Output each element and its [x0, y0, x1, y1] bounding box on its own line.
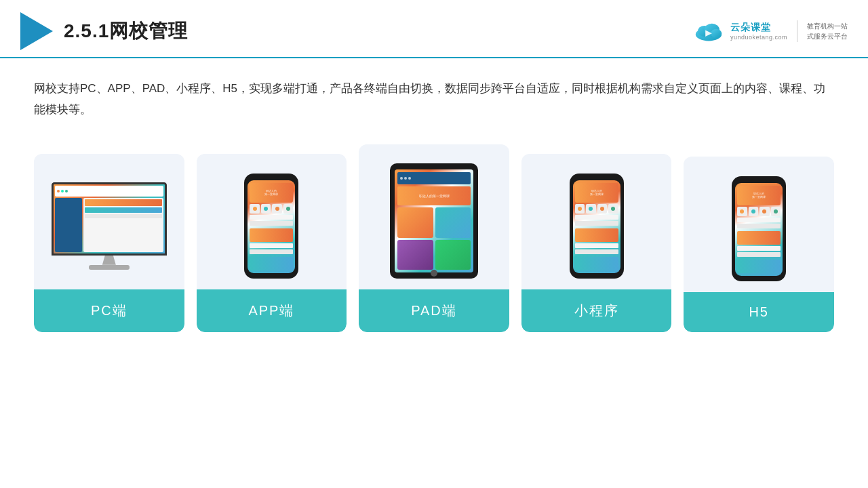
logo-slogan: 教育机构一站 式服务云平台	[807, 21, 848, 41]
card-miniprogram: 职达人的第一堂网课	[521, 154, 672, 332]
logo-main-text: 云朵课堂	[730, 22, 771, 34]
phone-notch-h5	[751, 179, 767, 183]
play-icon	[20, 12, 53, 50]
tablet-home-btn	[431, 270, 437, 277]
tablet-mockup: 职达人的第一堂网课	[390, 163, 478, 279]
svg-point-3	[711, 29, 722, 38]
phone-screen-miniprogram: 职达人的第一堂网课	[573, 180, 620, 273]
monitor-mockup	[52, 182, 167, 270]
description-text: 网校支持PC、APP、PAD、小程序、H5，实现多端打通，产品各终端自由切换，数…	[34, 79, 834, 120]
card-h5: 职达人的第一堂网课	[684, 157, 834, 332]
phone-body-h5: 职达人的第一堂网课	[732, 176, 786, 281]
cards-row: PC端 职达人的第一堂网课	[34, 144, 834, 332]
header-left: 2.5.1网校管理	[20, 12, 188, 50]
phone-notch-mini	[589, 176, 605, 180]
phone-notch	[263, 176, 279, 180]
phone-screen-app: 职达人的第一堂网课	[248, 180, 295, 273]
header: 2.5.1网校管理 云朵课堂 yunduoketan	[0, 0, 868, 58]
card-pad-label: PAD端	[359, 289, 509, 332]
monitor-stand	[102, 256, 116, 265]
phone-mockup-app: 职达人的第一堂网课	[244, 174, 298, 279]
phone-mockup-h5: 职达人的第一堂网课	[732, 176, 786, 281]
phone-body-app: 职达人的第一堂网课	[244, 174, 298, 279]
phone-body-miniprogram: 职达人的第一堂网课	[570, 174, 624, 279]
card-pc: PC端	[34, 154, 184, 332]
logo-cloud	[692, 19, 725, 43]
mini-banner: 职达人的第一堂网课	[575, 183, 618, 203]
main-content: 网校支持PC、APP、PAD、小程序、H5，实现多端打通，产品各终端自由切换，数…	[0, 58, 868, 346]
logo-url: yunduoketang.com	[730, 34, 787, 41]
card-pad-image: 职达人的第一堂网课	[359, 144, 509, 289]
phone-banner: 职达人的第一堂网课	[250, 183, 293, 203]
h5-banner: 职达人的第一堂网课	[737, 186, 781, 206]
phone-screen-h5: 职达人的第一堂网课	[735, 183, 783, 276]
card-miniprogram-image: 职达人的第一堂网课	[521, 154, 672, 289]
card-app: 职达人的第一堂网课	[197, 154, 347, 332]
card-app-image: 职达人的第一堂网课	[197, 154, 347, 289]
page-title: 2.5.1网校管理	[64, 18, 188, 44]
header-right: 云朵课堂 yunduoketang.com 教育机构一站 式服务云平台	[692, 19, 848, 43]
tablet-content-area	[397, 207, 471, 270]
card-h5-image: 职达人的第一堂网课	[684, 157, 834, 292]
monitor-base	[89, 265, 130, 270]
card-pc-label: PC端	[34, 289, 184, 332]
phone-mockup-miniprogram: 职达人的第一堂网课	[570, 174, 624, 279]
card-h5-label: H5	[684, 292, 834, 332]
tablet-top-bar	[397, 172, 471, 184]
card-miniprogram-label: 小程序	[521, 289, 672, 332]
tablet-screen: 职达人的第一堂网课	[395, 169, 473, 272]
logo-text-block: 云朵课堂 yunduoketang.com	[730, 22, 787, 41]
cloud-logo-icon	[692, 19, 725, 43]
card-pad: 职达人的第一堂网课 PAD端	[359, 144, 509, 332]
card-pc-image	[34, 154, 184, 289]
monitor-screen	[52, 182, 167, 256]
logo-divider	[797, 20, 797, 42]
phone-icon-grid	[250, 204, 293, 214]
card-app-label: APP端	[197, 289, 347, 332]
